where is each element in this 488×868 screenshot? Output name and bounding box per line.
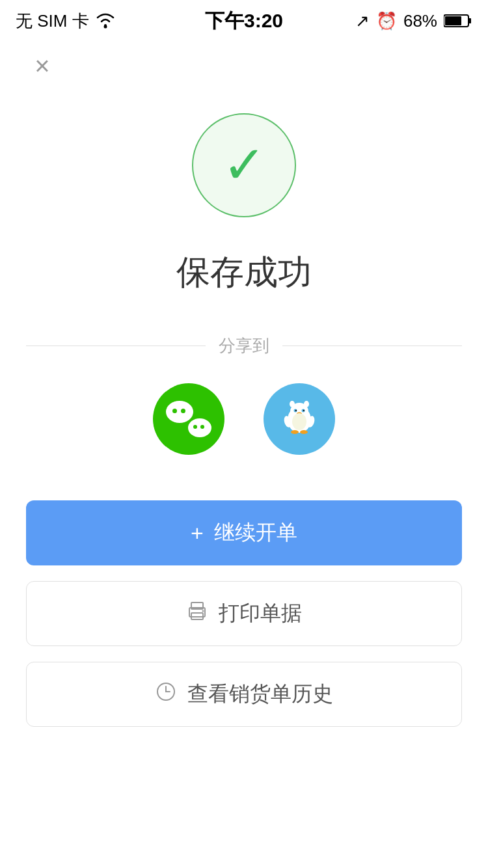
wechat-icon — [166, 401, 211, 437]
action-buttons: + 继续开单 打印单据 查看销货单历史 — [0, 500, 488, 727]
qq-share-button[interactable] — [264, 383, 335, 455]
svg-point-0 — [103, 25, 107, 29]
qq-icon — [279, 399, 319, 439]
svg-rect-2 — [468, 18, 471, 23]
status-bar: 无 SIM 卡 下午3:20 ↗ ⏰ 68% — [0, 0, 488, 42]
share-icons-row — [153, 383, 335, 455]
svg-point-8 — [295, 410, 297, 411]
svg-point-11 — [292, 413, 306, 430]
continue-button[interactable]: + 继续开单 — [26, 500, 462, 565]
close-button[interactable]: × — [26, 49, 59, 82]
success-title: 保存成功 — [176, 250, 312, 295]
alarm-icon: ⏰ — [376, 11, 397, 31]
status-time: 下午3:20 — [205, 8, 283, 34]
print-label: 打印单据 — [219, 599, 302, 628]
svg-point-12 — [291, 430, 299, 434]
status-left: 无 SIM 卡 — [16, 10, 116, 33]
success-circle: ✓ — [192, 113, 296, 217]
battery-icon — [444, 14, 472, 28]
svg-point-9 — [303, 410, 305, 411]
checkmark-icon: ✓ — [223, 139, 266, 191]
share-label: 分享到 — [206, 334, 282, 357]
location-icon: ↗ — [355, 11, 370, 31]
svg-point-16 — [290, 401, 295, 407]
printer-icon — [186, 600, 208, 627]
close-icon: × — [34, 53, 49, 79]
wechat-share-button[interactable] — [153, 383, 224, 455]
svg-rect-3 — [445, 16, 461, 25]
battery-text: 68% — [403, 11, 437, 31]
history-icon — [155, 681, 177, 708]
no-sim-text: 无 SIM 卡 — [16, 10, 89, 33]
wifi-icon — [94, 12, 116, 29]
left-divider — [26, 346, 206, 346]
svg-point-21 — [202, 610, 204, 612]
history-button[interactable]: 查看销货单历史 — [26, 662, 462, 727]
share-section: 分享到 — [0, 334, 488, 455]
right-divider — [282, 346, 462, 346]
continue-label: 继续开单 — [214, 519, 297, 547]
history-label: 查看销货单历史 — [187, 680, 333, 709]
plus-icon: + — [191, 521, 204, 546]
main-content: ✓ 保存成功 分享到 — [0, 42, 488, 727]
divider-row: 分享到 — [0, 334, 488, 357]
svg-point-13 — [300, 430, 308, 434]
svg-point-17 — [304, 401, 309, 407]
status-right: ↗ ⏰ 68% — [355, 11, 472, 31]
print-button[interactable]: 打印单据 — [26, 581, 462, 646]
